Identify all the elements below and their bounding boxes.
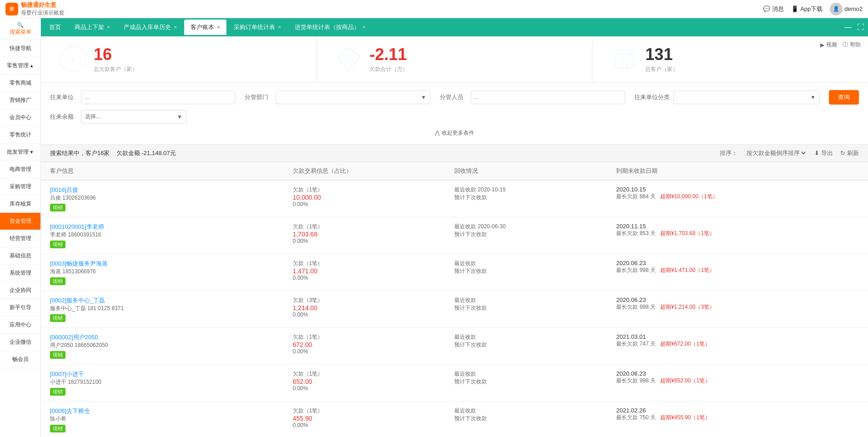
sidebar-search[interactable]: 🔍 搜索菜单 [0,18,40,40]
overdue-amount-2[interactable]: 超期¥1,471.00（1笔） [660,267,715,273]
sidebar-item-ecommerce[interactable]: 电商管理 [0,161,40,178]
user-profile[interactable]: 👤 demo2 [830,3,863,15]
overdue-amount-0[interactable]: 超期¥10,000.00（1笔） [660,193,718,200]
debt-count-3: 欠款（3笔） [293,296,455,304]
customer-name-0[interactable]: [0016]吕俊 [50,186,78,193]
sidebar-item-inventory[interactable]: 库存核算 [0,196,40,213]
tab-customer-ledger[interactable]: 客户账本 × [184,20,226,35]
sidebar-item-member-center[interactable]: 会员中心 [0,109,40,126]
stat-number-debt-total: -2.11 [370,45,408,64]
sidebar-item-newbie[interactable]: 新手引导 [0,299,40,316]
overdue-amount-1[interactable]: 超期¥1,703.68（1笔） [660,230,715,236]
manager-input[interactable]: ... [471,90,625,104]
filter-manager: 分管人员 ... [440,90,625,104]
sidebar-item-retail-mgmt[interactable]: 零售管理 ▲ [0,57,40,75]
refresh-btn[interactable]: ↻ 刷新 [840,149,859,157]
sidebar-item-basic-info[interactable]: 基础信息 [0,247,40,265]
due-date-1: 2020.11.15 [616,223,859,230]
brand-title: 畅捷通好生意 [21,1,65,9]
customer-tag-2: 现销 [50,277,65,285]
customer-name-3[interactable]: [0002]服务中心_丁磊 [50,297,105,304]
tab-close-product-history[interactable]: × [174,24,177,30]
sidebar-item-retail-mall[interactable]: 零售商城 [0,75,40,92]
sidebar-item-quick-nav[interactable]: 快捷导航 [0,40,40,57]
sort-select[interactable]: 按欠款金额倒序排序 [745,149,807,157]
help-btn[interactable]: ⓘ 帮助 [843,41,861,49]
tab-maximize-btn[interactable]: ⛶ [855,21,866,33]
tab-close-customer-ledger[interactable]: × [217,24,220,30]
collapse-btn[interactable]: ⋀ 收起更多条件 [50,129,859,137]
brand: 好 畅捷通好生意 母婴行业演示账套 [5,1,96,17]
due-info-4: 2021.03.01 最长欠款 747 天 超期¥672.00（1笔） [616,333,859,359]
table-row: [0001020001]李老师 李老师 18600391516 现销 欠款（1笔… [41,217,868,254]
col-header-customer: 客户信息 [50,167,293,175]
unit-category-select[interactable]: ▼ [673,90,820,104]
sidebar-item-marketing[interactable]: 营销推广 [0,92,40,109]
svg-rect-9 [625,65,629,68]
tab-home[interactable]: 首页 [43,20,67,35]
customer-name-1[interactable]: [0001020001]李老师 [50,223,104,230]
customer-tag-1: 现销 [50,241,65,248]
overdue-days-3: 最长欠款 998 天 超期¥1,214.00（3笔） [616,303,859,311]
tab-purchase-stats[interactable]: 采购订单统计表 × [227,20,287,35]
customer-name-6[interactable]: [0006]去下粮仓 [50,407,90,414]
filter-unit-category: 往来单位分类 ▼ [634,90,820,104]
tab-close-purchase-product-stats[interactable]: × [362,24,366,30]
filter-label-manager: 分管人员 [440,93,467,101]
due-date-3: 2020.06.23 [616,296,859,303]
customer-tag-4: 现销 [50,351,65,359]
tab-minimize-btn[interactable]: — [843,21,853,33]
export-btn[interactable]: ⬇ 导出 [814,149,833,157]
customer-info-6: [0006]去下粮仓 陈小希 现销 [50,407,293,432]
due-info-6: 2021.02.26 最长欠款 750 天 超期¥455.90（1笔） [616,407,859,432]
tab-close-product-listing[interactable]: × [107,24,110,30]
diamond-icon [335,45,362,73]
overdue-days-0: 最长欠款 884 天 超期¥10,000.00（1笔） [616,193,859,201]
stat-text-debt-total: -2.11 欠款合计（万） [370,45,408,73]
sidebar-item-system[interactable]: 系统管理 [0,265,40,282]
debt-amount-5: 652.00 [293,378,455,385]
filter-balance: 往来余额 选择... ▼ [50,110,186,124]
sidebar-item-purchase[interactable]: 采购管理 [0,178,40,196]
customer-tag-5: 现销 [50,388,65,396]
table-row: [0002]服务中心_丁磊 服务中心_丁磊 181 0125 8371 现销 欠… [41,291,868,328]
tab-product-listing[interactable]: 商品上下架 × [68,20,116,35]
video-btn[interactable]: ▶ 视频 [820,41,837,49]
debt-count-5: 欠款（1笔） [293,370,455,378]
overdue-amount-4[interactable]: 超期¥672.00（1笔） [660,341,710,347]
data-table: 客户信息 欠款交易信息（占比） 回收情况 到期未收款日期 [0016]吕俊 吕俊… [41,162,868,437]
overdue-amount-5[interactable]: 超期¥652.00（1笔） [660,377,710,384]
dept-select[interactable]: ▼ [276,90,430,104]
customer-phone-2: 海蒸 18513066976 [50,268,293,276]
message-btn[interactable]: 💬 消息 [763,5,784,13]
balance-select[interactable]: 选择... ▼ [81,110,186,124]
sidebar-item-retail-stats[interactable]: 零售统计 [0,126,40,144]
tab-close-purchase-stats[interactable]: × [278,24,281,30]
tab-actions: — ⛶ [843,21,866,33]
debt-amount-3: 1,214.00 [293,304,455,311]
customer-name-2[interactable]: [0003]畅捷服务尹海蒸 [50,260,108,267]
partner-unit-input[interactable]: ... [81,90,236,104]
export-icon: ⬇ [814,150,819,156]
due-date-5: 2020.06.23 [616,370,859,377]
overdue-amount-3[interactable]: 超期¥1,214.00（3笔） [660,304,715,310]
sidebar-item-finance[interactable]: 资金管理 [0,213,40,230]
search-button[interactable]: 查询 [829,90,859,105]
debt-info-4: 欠款（1笔） 672.00 0.00% [293,333,455,359]
customer-name-4[interactable]: [000002]用户2050 [50,334,98,341]
tab-purchase-product-stats[interactable]: 进货单统计表（按商品） × [288,20,372,35]
next-collection-0: 预计下次收款 [454,194,616,201]
sidebar-item-enterprise-collab[interactable]: 企业协同 [0,282,40,299]
sidebar-item-business[interactable]: 经营管理 [0,230,40,247]
avatar: 👤 [830,3,843,15]
sidebar-item-wholesale-mgmt[interactable]: 批发管理 ▼ [0,144,40,161]
customer-name-5[interactable]: [0007]小进干 [50,371,84,377]
debt-ratio-1: 0.00% [293,238,455,244]
sidebar-item-enterprise-wechat[interactable]: 企业微信 [0,334,40,351]
sidebar-item-chang-member[interactable]: 畅会员 [0,351,40,368]
app-download-btn[interactable]: 📱 App下载 [791,5,823,13]
chevron-down-icon: ▼ [421,94,426,100]
overdue-amount-6[interactable]: 超期¥455.90（1笔） [660,414,710,421]
tab-product-history[interactable]: 产成品入库单历史 × [117,20,183,35]
sidebar-item-app-center[interactable]: 应用中心 [0,316,40,334]
